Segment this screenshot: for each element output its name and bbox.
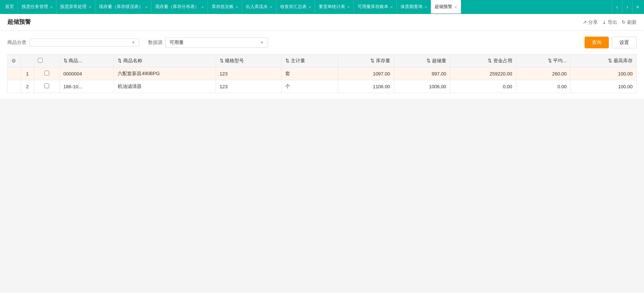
nav-tab-home[interactable]: 首页 <box>1 0 18 14</box>
close-icon[interactable]: × <box>50 5 52 9</box>
nav-tab-collect-summary[interactable]: 收发存汇总表 × <box>277 0 315 14</box>
td-max-stock: 100.00 <box>571 67 637 80</box>
td-unit: 个 <box>282 80 338 93</box>
td-product-name: 机油滤清器 <box>114 80 216 93</box>
td-capital: 259220.00 <box>450 67 516 80</box>
table-header-row: ⚙ ⇅ 商品... ⇅ 商品名称 ⇅ 规格型号 ⇅ 主计量 <box>8 55 637 67</box>
td-stock: 1097.00 <box>338 67 394 80</box>
th-overstock[interactable]: ⇅ 超储量 <box>394 55 450 67</box>
nav-arrow-right[interactable]: › <box>622 0 632 14</box>
share-button[interactable]: ↗ 分享 <box>583 19 598 26</box>
data-table: ⚙ ⇅ 商品... ⇅ 商品名称 ⇅ 规格型号 ⇅ 主计量 <box>7 54 637 93</box>
row-checkbox[interactable] <box>44 84 49 88</box>
td-num: 1 <box>21 67 34 80</box>
nav-tab-available-account[interactable]: 可用量库存账本 × <box>354 0 397 14</box>
close-icon[interactable]: × <box>89 5 91 9</box>
close-icon[interactable]: × <box>236 5 238 9</box>
category-select[interactable]: ▼ <box>29 38 139 47</box>
close-icon[interactable]: × <box>391 5 393 9</box>
page-header: 超储预警 ↗ 分享 ⤓ 导出 ↻ 刷新 <box>0 14 644 31</box>
nav-arrow-left[interactable]: ‹ <box>612 0 622 14</box>
th-unit[interactable]: ⇅ 主计量 <box>282 55 338 67</box>
nav-tab-task-mgmt[interactable]: 拣货任务管理 × <box>18 0 56 14</box>
datasource-value: 可用量 <box>169 39 184 46</box>
td-product-name: 六配套新昌490BPG <box>114 67 216 80</box>
td-product-code: 186-10... <box>59 80 114 93</box>
th-avg[interactable]: ⇅ 平均... <box>516 55 571 67</box>
th-stock[interactable]: ⇅ 库存量 <box>338 55 394 67</box>
td-overstock: 997.00 <box>394 67 450 80</box>
chevron-down-icon: ▼ <box>131 40 135 45</box>
datasource-select[interactable]: 可用量 ▼ <box>165 37 268 48</box>
select-all-checkbox[interactable] <box>38 58 43 63</box>
td-num: 2 <box>21 80 34 93</box>
td-gear <box>8 67 21 80</box>
nav-tab-quality-period[interactable]: 保质期查询 × <box>397 0 431 14</box>
th-checkbox <box>34 55 60 67</box>
td-max-stock: 100.00 <box>571 80 637 93</box>
export-icon: ⤓ <box>602 19 606 25</box>
th-product-code[interactable]: ⇅ 商品... <box>59 55 114 67</box>
nav-tab-overstock-warning[interactable]: 超储预警 × <box>431 0 461 14</box>
nav-arrows: ‹ › × <box>612 0 643 14</box>
filter-row: 商品分类 ▼ 数据源 可用量 ▼ 查询 设置 <box>7 37 637 48</box>
td-product-code: 0000004 <box>59 67 114 80</box>
chevron-down-icon: ▼ <box>260 40 264 45</box>
category-filter: 商品分类 ▼ <box>7 38 139 47</box>
refresh-button[interactable]: ↻ 刷新 <box>622 19 637 26</box>
close-icon[interactable]: × <box>454 5 457 9</box>
main-content: 商品分类 ▼ 数据源 可用量 ▼ 查询 设置 ⚙ <box>0 31 644 99</box>
filter-actions: 查询 设置 <box>585 37 637 48</box>
nav-arrow-close[interactable]: × <box>632 0 643 14</box>
refresh-icon: ↻ <box>622 19 626 25</box>
table-row: 1 0000004 六配套新昌490BPG 123 套 1097.00 997.… <box>8 67 637 80</box>
datasource-label: 数据源 <box>148 39 162 46</box>
th-capital[interactable]: ⇅ 资金占用 <box>450 55 516 67</box>
top-nav: 首页 拣货任务管理 × 拣货异常处理 × 现存量（库存状况表） × 现存量（库存… <box>0 0 644 14</box>
nav-tab-inventory-dist[interactable]: 现存量（库存分布表） × <box>151 0 208 14</box>
row-checkbox[interactable] <box>44 71 49 75</box>
td-avg: 260.00 <box>516 67 571 80</box>
close-icon[interactable]: × <box>309 5 311 9</box>
close-icon[interactable]: × <box>270 5 272 9</box>
datasource-filter: 数据源 可用量 ▼ <box>148 37 268 48</box>
td-gear <box>8 80 21 93</box>
td-unit: 套 <box>282 67 338 80</box>
nav-tab-abnormal[interactable]: 拣货异常处理 × <box>56 0 95 14</box>
th-num <box>21 55 34 67</box>
settings-button[interactable]: 设置 <box>612 37 637 48</box>
td-capital: 0.00 <box>450 80 516 93</box>
share-icon: ↗ <box>583 19 587 25</box>
td-spec: 123 <box>216 80 282 93</box>
table-row: 2 186-10... 机油滤清器 123 个 1106.00 1006.00 … <box>8 80 637 93</box>
close-icon[interactable]: × <box>347 5 350 9</box>
th-spec[interactable]: ⇅ 规格型号 <box>216 55 282 67</box>
td-overstock: 1006.00 <box>394 80 450 93</box>
export-button[interactable]: ⤓ 导出 <box>602 19 617 26</box>
query-button[interactable]: 查询 <box>585 37 609 48</box>
header-actions: ↗ 分享 ⤓ 导出 ↻ 刷新 <box>583 19 637 26</box>
nav-tab-inventory-status[interactable]: 现存量（库存状况表） × <box>95 0 151 14</box>
page-title: 超储预警 <box>7 18 31 26</box>
close-icon[interactable]: × <box>201 5 204 9</box>
nav-tab-in-out-flow[interactable]: 出入库流水 × <box>242 0 276 14</box>
category-label: 商品分类 <box>7 39 26 46</box>
td-stock: 1106.00 <box>338 80 394 93</box>
th-gear[interactable]: ⚙ <box>8 55 21 67</box>
td-spec: 123 <box>216 67 282 80</box>
td-avg: 0.00 <box>516 80 571 93</box>
th-max-stock[interactable]: ⇅ 最高库存 <box>571 55 637 67</box>
nav-tab-order-stats[interactable]: 要货单统计表 × <box>315 0 354 14</box>
td-checkbox <box>34 80 60 93</box>
nav-tab-batch-account[interactable]: 库存批次账 × <box>208 0 242 14</box>
td-checkbox <box>34 67 60 80</box>
th-product-name[interactable]: ⇅ 商品名称 <box>114 55 216 67</box>
close-icon[interactable]: × <box>425 5 427 9</box>
close-icon[interactable]: × <box>145 5 147 9</box>
gear-icon[interactable]: ⚙ <box>11 58 16 64</box>
